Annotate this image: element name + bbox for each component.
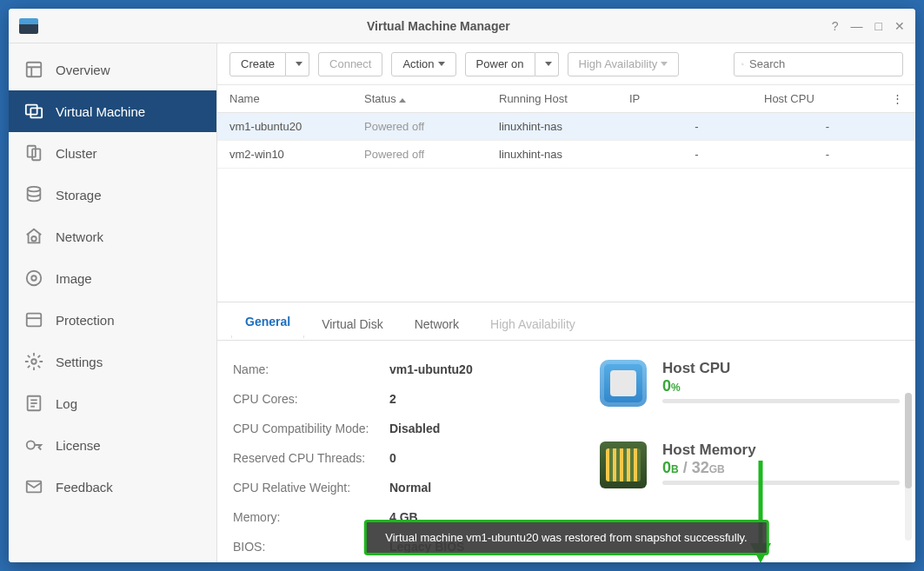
- ha-button[interactable]: High Availability: [568, 52, 680, 76]
- app-window: Virtual Machine Manager ? — □ ✕ Overview…: [9, 9, 915, 562]
- tab-network[interactable]: Network: [399, 309, 475, 340]
- svg-point-9: [27, 271, 42, 286]
- col-more-icon[interactable]: ⋮: [891, 92, 903, 105]
- sidebar-item-label: Network: [56, 229, 103, 244]
- detail-panel: General Virtual Disk Network High Availa…: [217, 302, 915, 562]
- settings-icon: [24, 352, 43, 371]
- table-row[interactable]: vm1-ubuntu20 Powered off linuxhint-nas -…: [217, 113, 915, 141]
- sidebar-item-label: Image: [56, 271, 92, 286]
- create-button[interactable]: Create: [229, 52, 286, 76]
- metric-cpu-title: Host CPU: [662, 360, 900, 377]
- search-box[interactable]: [734, 52, 903, 76]
- toast: Virtual machine vm1-ubuntu20 was restore…: [363, 520, 768, 555]
- sort-asc-icon: [399, 98, 406, 103]
- search-icon: [741, 58, 744, 70]
- table-row[interactable]: vm2-win10 Powered off linuxhint-nas - -: [217, 141, 915, 169]
- sidebar-item-license[interactable]: License: [9, 424, 216, 466]
- sidebar-item-protection[interactable]: Protection: [9, 299, 216, 341]
- connect-button[interactable]: Connect: [318, 52, 382, 76]
- storage-icon: [24, 185, 43, 204]
- sidebar-item-overview[interactable]: Overview: [9, 49, 216, 90]
- vm-icon: [24, 102, 43, 121]
- tab-virtual-disk[interactable]: Virtual Disk: [306, 309, 399, 340]
- help-icon[interactable]: ?: [832, 19, 839, 33]
- sidebar-item-label: License: [56, 438, 101, 453]
- main-content: Create Connect Action Power on High Avai…: [217, 43, 915, 562]
- svg-rect-11: [27, 314, 42, 327]
- sidebar-item-network[interactable]: Network: [9, 216, 216, 257]
- svg-point-7: [28, 187, 41, 192]
- sidebar-item-label: Storage: [56, 188, 102, 203]
- network-icon: [24, 227, 43, 246]
- close-icon[interactable]: ✕: [894, 19, 905, 33]
- sidebar-item-label: Settings: [56, 355, 103, 369]
- cpu-icon: [600, 360, 647, 407]
- protection-icon: [24, 310, 43, 329]
- cpu-bar: [662, 399, 900, 403]
- license-icon: [24, 435, 43, 455]
- metric-mem-title: Host Memory: [662, 442, 900, 459]
- sidebar-item-label: Virtual Machine: [56, 104, 145, 119]
- svg-point-13: [31, 359, 37, 364]
- svg-point-20: [741, 63, 743, 64]
- tab-ha: High Availability: [475, 309, 591, 340]
- col-header-name[interactable]: Name: [229, 92, 364, 105]
- maximize-icon[interactable]: □: [875, 19, 882, 33]
- table-header: Name Status Running Host IP Host CPU ⋮: [217, 85, 915, 113]
- toolbar: Create Connect Action Power on High Avai…: [217, 43, 915, 85]
- svg-rect-0: [27, 63, 42, 77]
- sidebar-item-label: Feedback: [56, 480, 113, 495]
- titlebar: Virtual Machine Manager ? — □ ✕: [9, 9, 915, 43]
- col-header-host[interactable]: Running Host: [499, 92, 629, 105]
- image-icon: [24, 269, 43, 288]
- col-header-cpu[interactable]: Host CPU: [764, 92, 891, 105]
- col-header-status[interactable]: Status: [364, 92, 499, 105]
- sidebar-item-label: Protection: [56, 313, 115, 328]
- sidebar: Overview Virtual Machine Cluster Storage…: [9, 43, 217, 562]
- sidebar-item-feedback[interactable]: Feedback: [9, 466, 216, 508]
- sidebar-item-cluster[interactable]: Cluster: [9, 132, 216, 174]
- sidebar-item-label: Overview: [56, 63, 110, 77]
- sidebar-item-storage[interactable]: Storage: [9, 174, 216, 216]
- mem-bar: [662, 481, 900, 485]
- sidebar-item-log[interactable]: Log: [9, 382, 216, 424]
- svg-point-8: [31, 236, 37, 242]
- memory-icon: [600, 442, 647, 488]
- svg-point-18: [27, 441, 35, 448]
- sidebar-item-label: Log: [56, 396, 77, 411]
- cluster-icon: [24, 143, 43, 163]
- log-icon: [24, 394, 43, 413]
- toast-message: Virtual machine vm1-ubuntu20 was restore…: [363, 520, 768, 555]
- tab-general[interactable]: General: [229, 306, 306, 340]
- poweron-dropdown[interactable]: [535, 52, 559, 76]
- poweron-button[interactable]: Power on: [465, 52, 535, 76]
- sidebar-item-label: Cluster: [56, 146, 97, 161]
- window-title: Virtual Machine Manager: [45, 19, 832, 33]
- col-header-ip[interactable]: IP: [629, 92, 764, 105]
- minimize-icon[interactable]: —: [851, 19, 863, 33]
- search-input[interactable]: [749, 57, 895, 70]
- feedback-icon: [24, 477, 43, 496]
- app-icon: [19, 18, 38, 34]
- create-dropdown[interactable]: [286, 52, 309, 76]
- svg-line-21: [743, 64, 744, 65]
- detail-tabs: General Virtual Disk Network High Availa…: [217, 302, 915, 341]
- scrollbar[interactable]: [905, 393, 912, 541]
- overview-icon: [24, 60, 43, 79]
- sidebar-item-image[interactable]: Image: [9, 257, 216, 299]
- svg-point-10: [31, 276, 37, 281]
- sidebar-item-virtual-machine[interactable]: Virtual Machine: [9, 90, 216, 132]
- sidebar-item-settings[interactable]: Settings: [9, 341, 216, 382]
- action-button[interactable]: Action: [391, 52, 455, 76]
